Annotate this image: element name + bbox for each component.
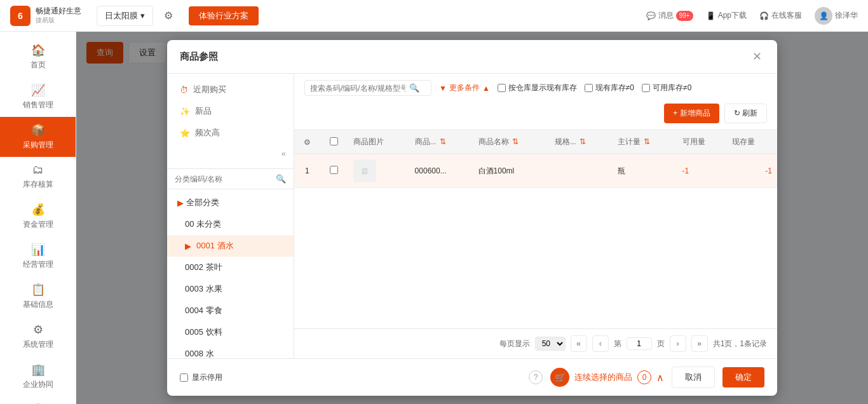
sidebar-item-enterprise[interactable]: 🏢 企业协同	[0, 356, 76, 396]
by-warehouse-filter[interactable]: 按仓库显示现有库存	[498, 83, 577, 93]
table-row[interactable]: 1 🖼	[294, 154, 777, 188]
cart-area: 🛒 连续选择的商品 0 ∧	[550, 368, 664, 387]
sales-icon: 📈	[31, 83, 45, 97]
basic-icon: 📋	[31, 283, 45, 297]
message-nav-item[interactable]: 💬 消息 99+	[646, 10, 693, 21]
modal-close-button[interactable]: ✕	[749, 49, 764, 64]
high-frequency-tab[interactable]: ⭐ 频次高	[167, 122, 294, 144]
modal-pagination: 每页显示 50 « ‹ 第 页 › » 共1页，1条记录	[294, 328, 777, 358]
category-search-input[interactable]	[175, 175, 272, 184]
sidebar-item-home[interactable]: 🏠 首页	[0, 37, 76, 77]
user-nav-item[interactable]: 👤 徐泽华	[815, 7, 858, 25]
message-label: 消息	[658, 10, 674, 21]
select-all-checkbox[interactable]	[330, 137, 338, 145]
show-disabled-filter[interactable]: 显示停用	[180, 372, 222, 383]
app-download-nav-item[interactable]: 📱 App下载	[706, 10, 747, 21]
filter-icon: ▼	[439, 84, 447, 93]
next-page-button[interactable]: ›	[670, 335, 686, 352]
page-label: 第	[614, 339, 621, 349]
confirm-button[interactable]: 确定	[722, 367, 764, 387]
row-current-cell: -1	[727, 154, 777, 188]
new-product-tab[interactable]: ✨ 新品	[167, 100, 294, 122]
category-item-snack[interactable]: 0004 零食	[167, 300, 294, 321]
enterprise-icon: 🏢	[31, 363, 45, 377]
table-header-row: ⚙ 商品图片 商品... ⇅ 商品名称	[294, 130, 777, 154]
clock-icon: ⏱	[180, 85, 188, 95]
by-warehouse-label: 按仓库显示现有库存	[508, 83, 577, 93]
high-frequency-label: 频次高	[195, 127, 220, 138]
total-pages-label: 共1页，1条记录	[713, 339, 767, 349]
category-list: ▶ 全部分类 00 未分类 ▶ 0001 酒水 0002 茶	[167, 189, 294, 358]
row-name-cell: 白酒100ml	[473, 154, 550, 188]
last-page-button[interactable]: »	[691, 335, 708, 352]
modal-toolbar: 🔍 ▼ 更多条件 ▲ 按仓库显示现有库存	[294, 74, 777, 130]
available-not-zero-filter[interactable]: 可用库存≠0	[642, 83, 691, 93]
category-label-all: 全部分类	[186, 197, 219, 208]
system-icon: ⚙	[33, 323, 43, 337]
sidebar-item-guide[interactable]: 🎯 新手引导	[0, 396, 76, 404]
sidebar: 🏠 首页 📈 销售管理 📦 采购管理 🗂 库存核算 💰 资金管理 📊 经营管理 …	[0, 32, 76, 404]
first-page-button[interactable]: «	[571, 335, 587, 352]
page-number-input[interactable]	[627, 337, 652, 350]
workspace-dropdown[interactable]: 日太阳膜 ▾	[97, 6, 153, 26]
cart-collapse-button[interactable]: ∧	[656, 372, 664, 384]
col-unit-header[interactable]: 主计量 ⇅	[613, 130, 677, 154]
sidebar-item-basic[interactable]: 📋 基础信息	[0, 276, 76, 316]
category-item-beverage[interactable]: 0005 饮料	[167, 321, 294, 343]
star-icon: ⭐	[180, 128, 190, 138]
by-warehouse-checkbox[interactable]	[498, 84, 506, 92]
category-item-tea[interactable]: 0002 茶叶	[167, 257, 294, 278]
page-size-label: 每页显示	[499, 339, 530, 349]
show-disabled-checkbox[interactable]	[180, 374, 188, 382]
sidebar-item-inventory[interactable]: 🗂 库存核算	[0, 157, 76, 196]
help-icon[interactable]: ?	[529, 370, 543, 384]
more-filter-button[interactable]: ▼ 更多条件 ▲	[439, 83, 490, 93]
page-size-select[interactable]: 50	[535, 337, 566, 351]
sidebar-item-operations[interactable]: 📊 经营管理	[0, 236, 76, 276]
app-download-label: App下载	[718, 10, 747, 21]
col-code-header[interactable]: 商品... ⇅	[410, 130, 473, 154]
refresh-button[interactable]: ↻ 刷新	[724, 104, 767, 123]
stock-not-zero-checkbox[interactable]	[585, 84, 593, 92]
finance-icon: 💰	[31, 203, 45, 217]
available-not-zero-checkbox[interactable]	[642, 84, 650, 92]
product-search-input[interactable]	[310, 84, 405, 93]
add-product-button[interactable]: + 新增商品	[664, 104, 719, 123]
col-spec-header[interactable]: 规格... ⇅	[550, 130, 613, 154]
modal-right-panel: 🔍 ▼ 更多条件 ▲ 按仓库显示现有库存	[294, 74, 777, 358]
category-item-uncategorized[interactable]: 00 未分类	[167, 213, 294, 235]
category-search-icon[interactable]: 🔍	[276, 174, 286, 184]
row-checkbox-cell	[320, 154, 348, 188]
category-arrow-alcohol: ▶	[185, 241, 191, 251]
sidebar-item-procurement[interactable]: 📦 采购管理	[0, 117, 76, 157]
collapse-button[interactable]: «	[167, 144, 294, 163]
recent-purchase-label: 近期购买	[193, 84, 226, 95]
sidebar-item-finance[interactable]: 💰 资金管理	[0, 196, 76, 236]
sidebar-item-system[interactable]: ⚙ 系统管理	[0, 316, 76, 356]
recent-purchase-tab[interactable]: ⏱ 近期购买	[167, 79, 294, 100]
stock-not-zero-filter[interactable]: 现有库存≠0	[585, 83, 634, 93]
category-item-water[interactable]: 0008 水	[167, 343, 294, 358]
cancel-button[interactable]: 取消	[672, 367, 715, 388]
online-service-nav-item[interactable]: 🎧 在线客服	[759, 10, 802, 21]
chevron-up-icon: ▲	[482, 84, 490, 93]
sidebar-item-sales[interactable]: 📈 销售管理	[0, 77, 76, 117]
col-available-header: 可用量	[677, 130, 728, 154]
category-item-alcohol[interactable]: ▶ 0001 酒水	[167, 235, 294, 257]
col-name-header[interactable]: 商品名称 ⇅	[473, 130, 550, 154]
category-item-fruit[interactable]: 0003 水果	[167, 278, 294, 300]
category-label-water: 0008 水	[185, 348, 214, 358]
search-icon[interactable]: 🔍	[409, 83, 419, 93]
settings-icon[interactable]: ⚙	[158, 6, 179, 26]
cart-icon[interactable]: 🛒	[550, 368, 569, 387]
category-label-snack: 0004 零食	[185, 305, 222, 316]
cart-count: 0	[637, 370, 651, 384]
row-checkbox[interactable]	[330, 166, 338, 174]
row-code-cell: 000600...	[410, 154, 473, 188]
prev-page-button[interactable]: ‹	[592, 335, 609, 352]
row-available-cell: -1	[677, 154, 728, 188]
sidebar-label-system: 系统管理	[23, 339, 53, 350]
modal-overlay: 商品参照 ✕ ⏱ 近期购买 ✨ 新品	[76, 32, 868, 404]
experience-button[interactable]: 体验行业方案	[189, 6, 259, 25]
category-item-all[interactable]: ▶ 全部分类	[167, 192, 294, 213]
